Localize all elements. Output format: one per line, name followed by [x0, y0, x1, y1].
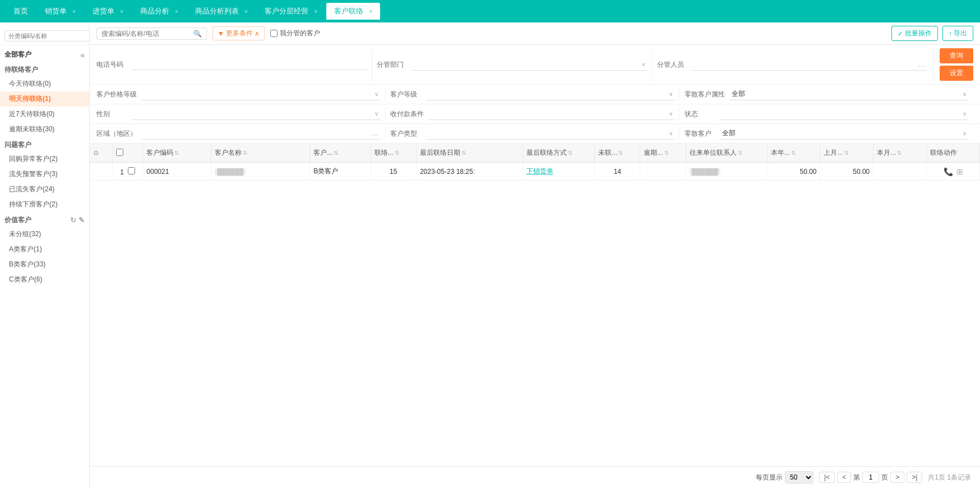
retail-attr-label: 零散客户属性 — [685, 90, 725, 99]
region-select[interactable]: ... — [141, 127, 381, 140]
page-input[interactable] — [862, 472, 879, 483]
sidebar-overdue-pending[interactable]: 逾期未联络(30) — [0, 122, 89, 137]
td-name: ██████ — [211, 163, 310, 181]
sidebar-pending-label: 待联络客户 — [4, 65, 38, 75]
adv-phone: 电话号码 — [96, 48, 372, 81]
phone-input[interactable] — [132, 59, 367, 70]
first-page-button[interactable]: |< — [819, 472, 835, 483]
next-page-button[interactable]: > — [890, 472, 904, 483]
nav-customer-segment[interactable]: 客户分层经营 × — [257, 3, 325, 20]
dept-label: 分管部门 — [377, 60, 408, 70]
adv-dept: 分管部门 ∨ — [372, 48, 653, 81]
nav-close-sales[interactable]: × — [72, 8, 76, 15]
customer-name: ██████ — [215, 168, 246, 175]
export-button[interactable]: ↑ 导出 — [942, 26, 973, 41]
filter-more-conditions[interactable]: ▼ 更多条件 ∧ — [212, 26, 265, 40]
setting-button[interactable]: 设置 — [940, 66, 973, 81]
page-size-select[interactable]: 50 100 200 — [785, 471, 813, 484]
sort-overdue-icon[interactable]: ⇅ — [664, 150, 669, 156]
filter-my-customers[interactable]: 我分管的客户 — [270, 29, 320, 38]
th-action: 联络动作 — [927, 144, 980, 163]
th-last-method: 最后联络方式⇅ — [523, 144, 595, 163]
my-customers-checkbox[interactable] — [270, 30, 278, 37]
retail-customer-select[interactable]: 全部 ∨ — [720, 127, 969, 140]
nav-product-list[interactable]: 商品分析列表 × — [187, 3, 256, 20]
page-label: 第 — [853, 473, 860, 482]
sidebar-today-pending[interactable]: 今天待联络(0) — [0, 76, 89, 91]
retail-attr-select[interactable]: 全部 ∨ — [729, 88, 969, 100]
sidebar-class-c[interactable]: C类客户(6) — [0, 272, 89, 287]
sidebar-class-b[interactable]: B类客户(33) — [0, 257, 89, 272]
sidebar-declining[interactable]: 持续下滑客户(2) — [0, 197, 89, 212]
sidebar-problem-title: 问题客户 — [0, 137, 89, 151]
select-all-checkbox[interactable] — [116, 149, 123, 156]
table-area: ⚙ 客户编码⇅ 客户名称⇅ 客户...⇅ 联络...⇅ — [90, 144, 980, 466]
nav-home[interactable]: 首页 — [6, 3, 36, 20]
sidebar-search-input[interactable] — [4, 30, 90, 42]
sidebar-ungrouped[interactable]: 未分组(32) — [0, 227, 89, 242]
customer-level-select[interactable]: ∨ — [426, 88, 674, 100]
filter-search-input[interactable] — [101, 30, 191, 38]
manager-select[interactable]: ... — [692, 58, 928, 71]
nav-close-purchase[interactable]: × — [120, 8, 123, 15]
filter-search-icon[interactable]: 🔍 — [193, 30, 202, 38]
sidebar-week-pending[interactable]: 近7天待联络(0) — [0, 107, 89, 122]
sort-contact-icon[interactable]: ⇅ — [395, 150, 399, 156]
sort-last-month-icon[interactable]: ⇅ — [844, 150, 849, 156]
nav-purchase-order[interactable]: 进货单 × — [85, 3, 131, 20]
last-contact-date: 2023-05-23 18:25: — [420, 168, 475, 176]
sidebar-churn-warning[interactable]: 流失预警客户(3) — [0, 167, 89, 182]
per-page-label: 每页显示 — [756, 473, 783, 482]
grid-action-icon[interactable]: ⊞ — [956, 167, 963, 176]
td-code: 000021 — [143, 163, 211, 181]
sidebar-tomorrow-pending[interactable]: 明天待联络(1) — [0, 91, 89, 107]
dept-select[interactable]: ∨ — [412, 58, 648, 71]
sidebar-repurchase-abnormal[interactable]: 回购异常客户(2) — [0, 151, 89, 167]
table-row: 1 000021 ██████ B类客户 15 — [90, 163, 980, 181]
sort-code-icon[interactable]: ⇅ — [174, 150, 179, 156]
phone-label: 电话号码 — [96, 60, 127, 70]
nav-product-analysis[interactable]: 商品分析 × — [132, 3, 186, 20]
table-gear-icon[interactable]: ⚙ — [93, 149, 99, 157]
status-select[interactable]: ∨ — [720, 108, 969, 120]
query-button[interactable]: 查询 — [940, 48, 973, 63]
nav-customer-contact[interactable]: 客户联络 × — [326, 3, 380, 20]
sort-year-icon[interactable]: ⇅ — [791, 150, 796, 156]
nav-close-list[interactable]: × — [244, 8, 248, 15]
sidebar-churned[interactable]: 已流失客户(24) — [0, 182, 89, 197]
last-contact-method[interactable]: 下销货单 — [526, 167, 553, 175]
customer-type: B类客户 — [313, 167, 338, 175]
sort-partner-icon[interactable]: ⇅ — [738, 150, 742, 156]
batch-operation-button[interactable]: ✓ 批量操作 — [891, 26, 938, 41]
sidebar-class-a[interactable]: A类客户(1) — [0, 242, 89, 257]
sort-name-icon[interactable]: ⇅ — [243, 150, 247, 156]
nav-close-contact[interactable]: × — [369, 8, 372, 15]
sort-this-month-icon[interactable]: ⇅ — [897, 150, 902, 156]
adv-region: 区域（地区） ... — [96, 127, 386, 140]
advanced-filter: 电话号码 分管部门 ∨ 分管人员 ... 查询 设置 客户价格等 — [90, 45, 980, 144]
row-checkbox[interactable] — [128, 167, 135, 174]
nav-close-product[interactable]: × — [175, 8, 178, 15]
nav-close-segment[interactable]: × — [314, 8, 317, 15]
sort-type-icon[interactable]: ⇅ — [334, 150, 338, 156]
filter-actions: ✓ 批量操作 ↑ 导出 — [891, 26, 973, 41]
payment-select[interactable]: ∨ — [428, 108, 674, 120]
phone-action-icon[interactable]: 📞 — [944, 167, 953, 176]
adv-customer-level: 客户等级 ∨ — [386, 88, 679, 100]
td-overdue — [640, 163, 686, 181]
sort-method-icon[interactable]: ⇅ — [568, 150, 572, 156]
sidebar-search-area: 🔍 — [0, 27, 89, 45]
last-page-button[interactable]: >| — [907, 472, 922, 483]
gender-select[interactable]: ∨ — [132, 108, 381, 120]
sort-unpaid-icon[interactable]: ⇅ — [618, 150, 623, 156]
query-column: 查询 设置 — [933, 48, 973, 81]
sort-date-icon[interactable]: ⇅ — [461, 150, 466, 156]
th-last-month: 上月...⇅ — [820, 144, 873, 163]
unpaid-count: 14 — [614, 168, 621, 176]
sidebar-all-customers[interactable]: 全部客户 « — [0, 48, 89, 62]
prev-page-button[interactable]: < — [837, 472, 851, 483]
price-level-select[interactable]: ∨ — [141, 88, 381, 100]
sidebar-value-label: 价值客户 — [4, 215, 31, 225]
nav-sales-order[interactable]: 销货单 × — [37, 3, 84, 20]
customer-type-select[interactable]: ∨ — [426, 127, 674, 140]
